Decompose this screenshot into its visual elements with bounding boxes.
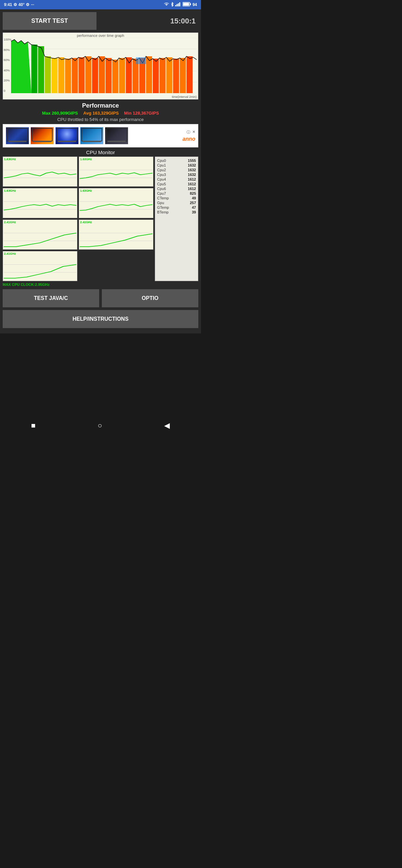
cpu-freq-4: 2.41GHz [4,220,16,224]
y-label-80: 80% [4,48,11,52]
performance-graph: performance over time graph 100% 80% 60%… [3,32,198,99]
cpu-stat-btemp: BTemp 39 [157,210,196,215]
svg-rect-18 [58,57,64,93]
performance-title: Performance [3,102,198,109]
y-label-20: 20% [4,79,11,82]
bottom-buttons: TEST JAVA/C OPTIO [3,289,198,307]
status-right: 94 [164,2,197,8]
performance-section: Performance Max 260,909GIPS Avg 163,329G… [3,102,198,122]
svg-rect-0 [175,5,176,6]
svg-marker-13 [11,39,31,93]
graph-canvas [11,38,197,93]
y-label-0: 0 [4,89,11,93]
svg-rect-14 [31,44,37,93]
cpu-stat-row-7: Cpu7 825 [157,191,196,196]
cpu-stat-row-0: Cpu0 1555 [157,158,196,163]
temperature-display: 40° [19,2,25,7]
throttle-text: CPU throttled to 54% of its max performa… [3,117,198,122]
gear-icon-1: ⚙ [13,2,17,7]
cpu-graph-6 [4,257,76,280]
svg-rect-27 [119,58,125,93]
svg-rect-3 [179,2,180,6]
svg-rect-36 [180,58,186,93]
cpu-grids-container: 1.63GHz 1.63GHz [3,156,198,281]
svg-rect-32 [153,59,159,93]
test-java-button[interactable]: TEST JAVA/C [3,289,99,307]
cpu-cell-0: 1.63GHz [3,156,77,187]
svg-rect-37 [187,56,193,93]
gear-icon-2: ⚙ [26,2,30,7]
nav-back-button[interactable]: ◀ [158,418,176,433]
time-display: 9:41 [4,2,12,7]
cpu-freq-1: 1.63GHz [80,157,92,161]
top-row: START TEST 15:00:1 [3,12,198,30]
max-cpu-label: MAX CPU CLOCK:2.95GHz [3,282,198,286]
app-content: START TEST 15:00:1 performance over time… [0,9,201,334]
cpu-stat-row-5: Cpu5 1612 [157,182,196,186]
cpu-stat-ctemp: CTemp 49 [157,196,196,200]
cpu-graph-0 [4,162,76,186]
options-button[interactable]: OPTIO [102,289,198,307]
cpu-cell-1: 1.63GHz [79,156,154,187]
svg-rect-1 [176,4,177,6]
svg-rect-34 [166,57,172,93]
status-bar: 9:41 ⚙ 40° ⚙ ··· 94 [0,0,201,9]
more-icon: ··· [31,2,34,7]
svg-rect-33 [160,58,166,93]
cpu-graph-5 [80,225,153,249]
cpu-freq-5: 2.41GHz [80,220,92,224]
nav-home-button[interactable]: ○ [91,418,109,433]
cpu-cell-3: 1.63GHz [79,188,154,218]
svg-rect-19 [65,59,71,93]
cpu-cell-2: 1.63GHz [3,188,77,218]
cpu-grids-left: 1.63GHz 1.63GHz [3,156,154,281]
svg-rect-31 [146,56,152,93]
ad-right: ⓘ ✕ anno [182,130,195,142]
cpu-graph-4 [4,225,76,249]
ad-images [6,127,128,145]
y-label-60: 60% [4,58,11,62]
battery-icon [182,2,191,7]
cpu-stat-gtemp: GTemp 47 [157,205,196,210]
nav-bar: ■ ○ ◀ [0,417,201,434]
graph-x-label: time(interval 2min) [172,95,197,98]
help-button[interactable]: HELP/INSTRUCTIONS [3,310,198,328]
cpu-cell-6: 2.41GHz [3,251,77,281]
cpu-stat-row-4: Cpu4 1612 [157,177,196,182]
graph-y-labels: 100% 80% 60% 40% 20% 0 [4,38,11,93]
cpu-freq-2: 1.63GHz [4,189,16,192]
ad-info-icon[interactable]: ⓘ [187,130,190,135]
svg-rect-22 [86,56,92,93]
start-test-button[interactable]: START TEST [3,12,97,30]
svg-rect-6 [183,3,189,6]
svg-rect-35 [173,59,179,93]
status-left: 9:41 ⚙ 40° ⚙ ··· [4,2,34,7]
svg-rect-24 [99,56,105,93]
stat-avg: Avg 163,329GIPS [83,111,119,116]
cpu-cell-4: 2.41GHz [3,219,77,250]
svg-rect-17 [52,58,58,93]
ad-close-icon[interactable]: ✕ [192,130,195,135]
svg-rect-38 [136,57,146,64]
cpu-graph-1 [80,162,153,186]
cpu-stat-row-2: Cpu2 1632 [157,167,196,172]
svg-rect-26 [112,60,118,93]
ad-tv-1 [6,127,29,145]
svg-rect-2 [178,3,179,6]
ad-brand: anno [182,136,195,142]
ad-tv-5 [105,127,128,145]
y-label-100: 100% [4,38,11,41]
svg-rect-5 [190,3,191,5]
stat-max: Max 260,909GIPS [42,111,78,116]
svg-rect-21 [78,57,85,93]
cpu-freq-6: 2.41GHz [4,252,16,255]
stat-min: Min 128,367GIPS [124,111,159,116]
timer-display: 15:00:1 [97,17,198,26]
cpu-stat-row-6: Cpu6 1612 [157,186,196,191]
cpu-stat-gpu: Gpu 257 [157,200,196,205]
nav-square-button[interactable]: ■ [25,418,42,433]
svg-rect-25 [105,58,111,93]
cpu-graph-2 [4,194,76,217]
ad-banner[interactable]: ⓘ ✕ anno [3,124,198,148]
ad-info-close: ⓘ ✕ [187,130,195,135]
